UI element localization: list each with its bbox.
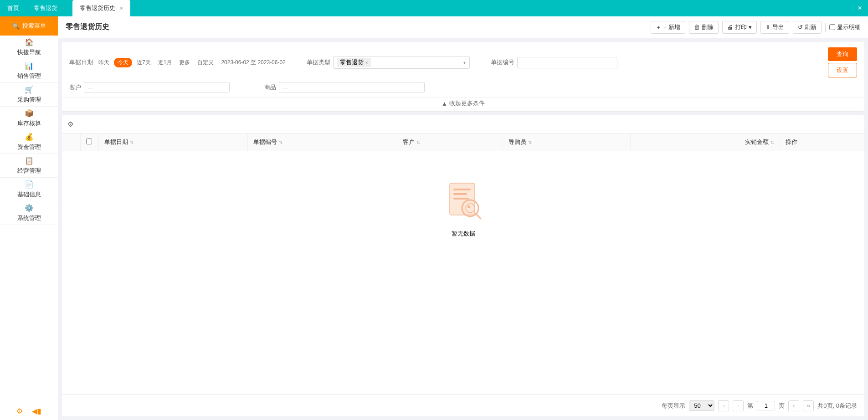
th-checkbox[interactable] [80, 133, 98, 151]
collapse-icon: ▲ [442, 100, 447, 107]
page-size-select[interactable]: 50 20 100 [689, 400, 714, 411]
th-customer[interactable]: 客户 ⇅ [397, 133, 503, 151]
page-title: 零售退货历史 [66, 22, 651, 32]
date-btn-last1m[interactable]: 近1月 [155, 58, 175, 67]
customer-label: 客户 [69, 83, 81, 92]
date-range-value: 2023-06-02 至 2023-06-02 [221, 59, 285, 67]
sidebar-nav: 🏠 快捷导航 📊 销售管理 🛒 采购管理 📦 库存核算 💰 资金管理 📋 [0, 36, 58, 402]
sidebar-item-quick-nav-label: 快捷导航 [17, 48, 41, 56]
page-input[interactable] [757, 401, 775, 410]
sidebar-item-purchase-mgmt[interactable]: 🛒 采购管理 [0, 83, 58, 107]
svg-point-5 [466, 204, 475, 213]
goods-label: 商品 [264, 83, 276, 92]
print-button[interactable]: 🖨 打印 ▾ [722, 21, 757, 34]
date-btn-last7[interactable]: 近7天 [134, 58, 154, 67]
action-buttons: 查询 设置 [828, 47, 857, 77]
tab-home[interactable]: 首页 [0, 0, 26, 16]
sidebar-search-label: 搜索菜单 [22, 22, 46, 30]
display-detail-checkbox[interactable] [829, 24, 835, 30]
sidebar-item-sales-mgmt[interactable]: 📊 销售管理 [0, 59, 58, 83]
export-button[interactable]: ⇧ 导出 [760, 21, 789, 34]
sidebar: 🔍 搜索菜单 🏠 快捷导航 📊 销售管理 🛒 采购管理 📦 库存核算 💰 [0, 16, 58, 420]
delete-button[interactable]: 🗑 删除 [689, 21, 719, 34]
date-btn-yesterday[interactable]: 昨天 [96, 58, 112, 67]
sidebar-item-operations-label: 经营管理 [17, 167, 41, 175]
audio-bottom-icon[interactable]: ◀▮ [32, 407, 41, 415]
select-all-checkbox[interactable] [86, 138, 92, 144]
refresh-label: 刷新 [805, 23, 817, 31]
sidebar-item-inventory[interactable]: 📦 库存核算 [0, 107, 58, 130]
date-btn-more[interactable]: 更多 [176, 58, 193, 67]
settings-bottom-icon[interactable]: ⚙ [16, 407, 23, 415]
sidebar-item-system-mgmt-label: 系统管理 [17, 214, 41, 222]
date-buttons: 昨天 今天 近7天 近1月 更多 自定义 [96, 58, 216, 67]
type-tag: 零售退货 × [337, 58, 371, 67]
table-settings-icon[interactable]: ⚙ [67, 120, 73, 128]
sidebar-item-basic-info-label: 基础信息 [17, 190, 41, 199]
refresh-button[interactable]: ↺ 刷新 [793, 21, 822, 34]
next-page-button[interactable]: › [788, 400, 799, 411]
page-size-label: 每页显示 [662, 402, 685, 410]
th-settings [62, 133, 80, 151]
number-input[interactable] [517, 57, 617, 68]
th-amount[interactable]: 实销金额 ⇅ [630, 133, 780, 151]
svg-point-7 [467, 205, 470, 208]
table-scroll[interactable]: 单据日期 ⇅ 单据编号 ⇅ [62, 133, 864, 394]
type-tag-close[interactable]: × [365, 60, 368, 65]
th-guide-label: 导购员 [508, 138, 526, 146]
tab-retail-return-close[interactable]: × [62, 5, 65, 11]
set-button[interactable]: 设置 [828, 63, 857, 77]
date-btn-today[interactable]: 今天 [114, 58, 132, 67]
th-guide-sort-icon: ⇅ [528, 140, 532, 145]
type-label: 单据类型 [307, 58, 330, 67]
th-date[interactable]: 单据日期 ⇅ [98, 133, 248, 151]
refresh-icon: ↺ [798, 24, 803, 31]
first-page-button[interactable]: « [718, 400, 729, 411]
type-select[interactable]: 零售退货 × ▾ [333, 56, 470, 69]
th-number[interactable]: 单据编号 ⇅ [248, 133, 397, 151]
top-bar: 首页 零售退货 × 零售退货历史 × × [0, 0, 868, 16]
customer-select[interactable]: ... [84, 82, 230, 92]
print-label: 打印 [735, 23, 747, 31]
table-header-row: 单据日期 ⇅ 单据编号 ⇅ [62, 133, 864, 151]
display-detail-check[interactable]: 显示明细 [829, 23, 861, 31]
window-close-button[interactable]: × [852, 0, 868, 16]
tab-retail-return[interactable]: 零售退货 × [26, 0, 72, 16]
th-number-label: 单据编号 [253, 138, 277, 146]
sidebar-item-quick-nav[interactable]: 🏠 快捷导航 [0, 36, 58, 59]
th-guide[interactable]: 导购员 ⇅ [503, 133, 630, 151]
operations-icon: 📋 [25, 156, 34, 165]
number-filter: 单据编号 [491, 57, 617, 68]
sidebar-search[interactable]: 🔍 搜索菜单 [0, 16, 58, 36]
filter-area: 单据日期 昨天 今天 近7天 近1月 更多 自定义 2023-06-02 至 2… [62, 42, 864, 112]
sidebar-item-operations[interactable]: 📋 经营管理 [0, 154, 58, 178]
tab-retail-return-history[interactable]: 零售退货历史 × [72, 0, 130, 16]
goods-select[interactable]: ... [279, 82, 425, 92]
toolbar: ＋ + 新增 🗑 删除 🖨 打印 ▾ ⇧ 导出 ↺ [651, 21, 861, 34]
collapse-button[interactable]: ▲ 收起更多条件 [62, 97, 864, 109]
sidebar-item-basic-info[interactable]: 📄 基础信息 [0, 178, 58, 201]
table-toolbar: ⚙ [62, 115, 864, 133]
new-button[interactable]: ＋ + 新增 [651, 21, 685, 34]
tab-retail-return-label: 零售退货 [34, 4, 57, 12]
search-icon: 🔍 [12, 23, 20, 30]
th-amount-sort-icon: ⇅ [770, 140, 774, 145]
pagination-bar: 每页显示 50 20 100 « ‹ 第 页 › » 共0页, 0条记录 [62, 394, 864, 416]
svg-rect-2 [453, 193, 467, 195]
sidebar-item-finance[interactable]: 💰 资金管理 [0, 130, 58, 154]
empty-icon [441, 179, 486, 224]
prev-page-button[interactable]: ‹ [733, 400, 744, 411]
customer-ellipsis: ... [88, 84, 93, 91]
collapse-label: 收起更多条件 [449, 99, 485, 108]
last-page-button[interactable]: » [803, 400, 814, 411]
date-btn-custom[interactable]: 自定义 [195, 58, 216, 67]
customer-filter: 客户 ... [69, 82, 230, 92]
goods-ellipsis: ... [283, 84, 288, 91]
new-label: + 新增 [663, 23, 680, 31]
sidebar-item-system-mgmt[interactable]: ⚙️ 系统管理 [0, 201, 58, 225]
th-date-sort-icon: ⇅ [130, 140, 134, 145]
basic-info-icon: 📄 [25, 180, 34, 189]
number-label: 单据编号 [491, 58, 514, 67]
tab-retail-return-history-close[interactable]: × [120, 5, 123, 11]
query-button[interactable]: 查询 [828, 47, 857, 61]
